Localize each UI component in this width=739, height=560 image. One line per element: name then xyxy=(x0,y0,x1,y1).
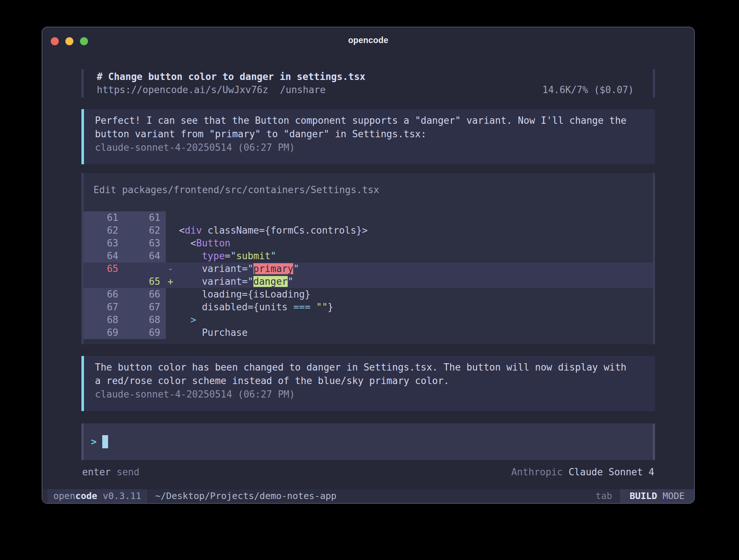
working-directory: ~/Desktop/Projects/demo-notes-app xyxy=(155,489,337,503)
line-number-new: 64 xyxy=(124,250,166,262)
message-text-line: button variant from "primary" to "danger… xyxy=(95,127,640,141)
share-url-link[interactable]: https://opencode.ai/s/UwJxv76z xyxy=(97,83,268,96)
diff-marker xyxy=(168,225,173,236)
diff-code-line: <Button xyxy=(166,237,653,250)
context-usage: 14.6K/7% ($0.07) xyxy=(543,83,634,96)
app-name-suffix: code xyxy=(75,491,97,501)
mode-secondary: MODE xyxy=(657,491,685,501)
line-number-old xyxy=(84,275,124,288)
diff-marker: - xyxy=(168,263,173,274)
diff-code-line: disabled={units === ""} xyxy=(166,301,653,314)
hint-enter-key: enter xyxy=(82,466,111,478)
diff-code-line: <div className={formCs.controls}> xyxy=(166,224,653,237)
hints-row: enter send Anthropic Claude Sonnet 4 xyxy=(81,466,655,478)
mode-chip[interactable]: BUILD MODE xyxy=(620,489,694,503)
diff-code-line: + variant="danger" xyxy=(166,275,653,288)
diff-code-line: - variant="primary" xyxy=(166,262,653,275)
unshare-command[interactable]: /unshare xyxy=(280,83,326,96)
session-title: # Change button color to danger in setti… xyxy=(84,70,653,83)
message-meta: claude-sonnet-4-20250514 (06:27 PM) xyxy=(95,141,640,154)
diff-code-line: Purchase xyxy=(166,326,653,339)
line-number-new: 65 xyxy=(124,275,166,288)
window-title: opencode xyxy=(348,35,388,45)
diff-code-line: > xyxy=(166,314,653,326)
prompt-symbol: > xyxy=(91,436,97,447)
titlebar: opencode xyxy=(42,27,694,53)
line-number-old: 67 xyxy=(84,301,124,314)
minimize-button[interactable] xyxy=(65,37,73,45)
line-number-old: 69 xyxy=(84,326,124,339)
diff-row: 6161 xyxy=(84,211,653,224)
app-version: v0.3.11 xyxy=(97,491,141,501)
app-version-chip: opencode v0.3.11 xyxy=(47,489,147,503)
message-text-line: a red/rose color scheme instead of the b… xyxy=(95,374,640,388)
diff-row: 6666 loading={isLoading} xyxy=(84,288,653,301)
session-header: # Change button color to danger in setti… xyxy=(81,69,655,97)
close-button[interactable] xyxy=(51,37,59,45)
assistant-message-2: The button color has been changed to dan… xyxy=(81,356,655,411)
line-number-old: 64 xyxy=(84,250,124,262)
line-number-old: 65 xyxy=(84,262,124,275)
diff-row: 6868 > xyxy=(84,314,653,326)
diff-code-line: type="submit" xyxy=(166,250,653,262)
status-bar: opencode v0.3.11 ~/Desktop/Projects/demo… xyxy=(42,489,694,503)
diff-marker xyxy=(168,238,173,249)
diff-marker xyxy=(168,289,173,300)
message-text-line: Perfect! I can see that the Button compo… xyxy=(95,114,640,127)
traffic-lights xyxy=(51,37,88,45)
line-number-new: 68 xyxy=(124,314,166,326)
diff-code-line xyxy=(166,211,653,224)
diff: 6161 6262 <div className={formCs.control… xyxy=(84,211,653,339)
diff-row: 6464 type="submit" xyxy=(84,250,653,262)
app-name-prefix: open xyxy=(53,491,75,501)
diff-row: 6767 disabled={units === ""} xyxy=(84,301,653,314)
model-name: Claude Sonnet 4 xyxy=(568,466,654,478)
line-number-new: 67 xyxy=(124,301,166,314)
assistant-message-1: Perfect! I can see that the Button compo… xyxy=(81,109,655,164)
tab-key-hint: tab xyxy=(596,489,612,503)
diff-marker xyxy=(168,327,173,338)
hint-send-action: send xyxy=(116,466,139,478)
model-provider: Anthropic xyxy=(511,466,563,478)
line-number-new: 66 xyxy=(124,288,166,301)
line-number-old: 66 xyxy=(84,288,124,301)
diff-row: 65+ variant="danger" xyxy=(84,275,653,288)
message-meta: claude-sonnet-4-20250514 (06:27 PM) xyxy=(95,388,640,401)
main-area: # Change button color to danger in setti… xyxy=(42,53,694,489)
line-number-old: 63 xyxy=(84,237,124,250)
prompt-input[interactable]: > xyxy=(81,423,655,460)
line-number-new xyxy=(124,262,166,275)
line-number-new: 69 xyxy=(124,326,166,339)
diff-row: 65- variant="primary" xyxy=(84,262,653,275)
opencode-terminal-window: opencode # Change button color to danger… xyxy=(42,27,695,504)
line-number-new: 62 xyxy=(124,224,166,237)
line-number-new: 61 xyxy=(124,211,166,224)
edit-tool-block: Edit packages/frontend/src/containers/Se… xyxy=(81,173,655,344)
mode-primary: BUILD xyxy=(629,491,657,501)
zoom-button[interactable] xyxy=(80,37,88,45)
diff-marker: + xyxy=(168,276,173,287)
message-text-line: The button color has been changed to dan… xyxy=(95,361,640,374)
text-cursor xyxy=(102,435,108,448)
edit-tool-header: Edit packages/frontend/src/containers/Se… xyxy=(84,184,653,196)
line-number-new: 63 xyxy=(124,237,166,250)
diff-row: 6969 Purchase xyxy=(84,326,653,339)
diff-marker xyxy=(168,302,173,312)
line-number-old: 68 xyxy=(84,314,124,326)
diff-marker xyxy=(168,212,173,223)
diff-marker xyxy=(168,314,173,325)
diff-marker xyxy=(168,250,173,261)
line-number-old: 62 xyxy=(84,224,124,237)
line-number-old: 61 xyxy=(84,211,124,224)
diff-code-line: loading={isLoading} xyxy=(166,288,653,301)
diff-row: 6363 <Button xyxy=(84,237,653,250)
diff-row: 6262 <div className={formCs.controls}> xyxy=(84,224,653,237)
session-subline: https://opencode.ai/s/UwJxv76z /unshare … xyxy=(84,83,653,96)
